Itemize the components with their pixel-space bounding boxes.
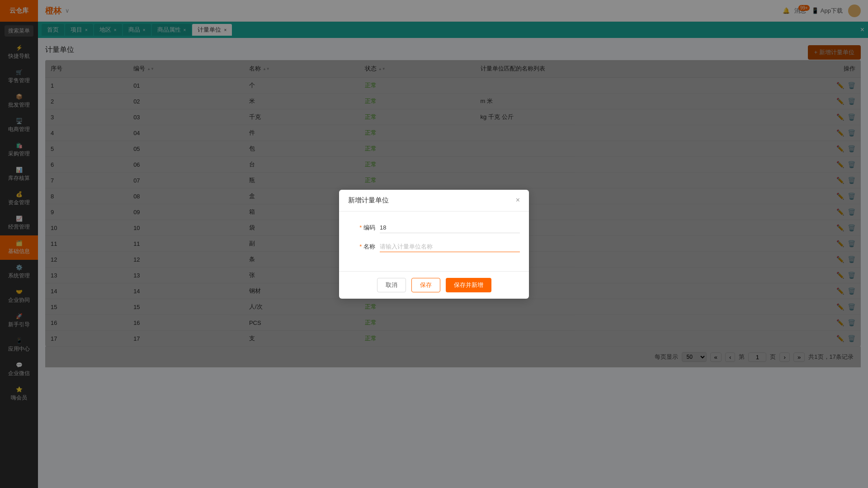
modal-header: 新增计量单位 × [339, 190, 529, 211]
modal-title: 新增计量单位 [348, 196, 389, 205]
modal-footer: 取消 保存 保存并新增 [339, 271, 529, 299]
modal-body: 编码 名称 [339, 211, 529, 271]
unit-name-input[interactable] [380, 241, 520, 252]
code-label: 编码 [348, 224, 375, 232]
cancel-button[interactable]: 取消 [377, 278, 406, 292]
modal-close-button[interactable]: × [516, 196, 520, 204]
modal-overlay: 新增计量单位 × 编码 名称 取消 保存 保存并新增 [0, 0, 868, 488]
save-and-new-button[interactable]: 保存并新增 [446, 278, 491, 292]
save-button[interactable]: 保存 [411, 278, 440, 292]
name-label: 名称 [348, 243, 375, 251]
add-unit-modal: 新增计量单位 × 编码 名称 取消 保存 保存并新增 [339, 190, 529, 299]
code-input[interactable] [380, 222, 520, 233]
form-name-item: 名称 [348, 241, 520, 252]
form-code-item: 编码 [348, 222, 520, 233]
